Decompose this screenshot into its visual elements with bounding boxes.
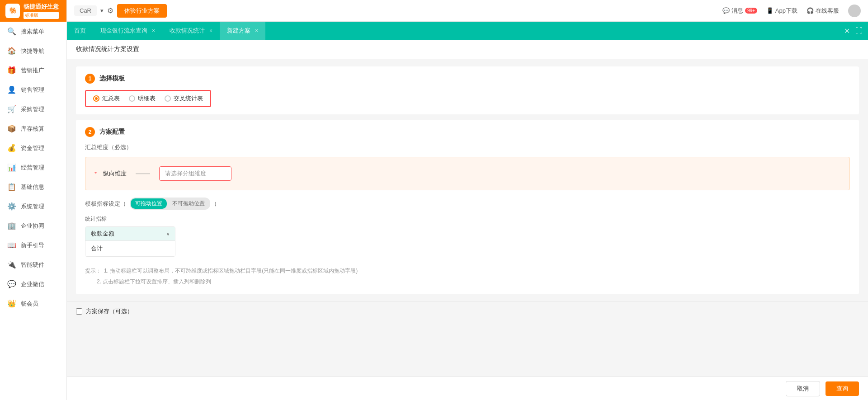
download-label: App下载 <box>775 7 797 15</box>
download-item[interactable]: 📱 App下载 <box>766 7 797 15</box>
page-title: 收款情况统计方案设置 <box>67 40 868 59</box>
sidebar-item-basic-info[interactable]: 📋 基础信息 <box>0 177 66 197</box>
home-icon: 🏠 <box>7 47 16 55</box>
query-button[interactable]: 查询 <box>826 381 859 396</box>
sidebar-item-label: 销售管理 <box>21 86 44 94</box>
user-avatar[interactable] <box>848 5 861 17</box>
save-option-label: 方案保存（可选） <box>86 307 133 315</box>
sidebar-item-member[interactable]: 👑 畅会员 <box>0 294 66 313</box>
industry-solution-button[interactable]: 体验行业方案 <box>117 4 167 18</box>
content-wrapper: 收款情况统计方案设置 1 选择模板 汇总表 <box>67 40 868 400</box>
main-content: CaR ▾ ⚙ 体验行业方案 💬 消息 99+ 📱 App下载 🎧 在线客服 <box>67 0 868 400</box>
sidebar-item-label: 企业微信 <box>21 280 44 288</box>
metrics-total-cell: 合计 <box>85 241 175 256</box>
plug-icon: 🔌 <box>7 260 16 269</box>
sidebar-item-hardware[interactable]: 🔌 智能硬件 <box>0 255 66 274</box>
sidebar-item-label: 快捷导航 <box>21 47 44 55</box>
close-window-icon[interactable]: ✕ <box>844 27 850 35</box>
tab-new-plan-close[interactable]: × <box>255 28 258 34</box>
chart-icon: 📊 <box>7 163 16 172</box>
sidebar-item-finance[interactable]: 💰 资金管理 <box>0 138 66 158</box>
sidebar-item-corp[interactable]: 🏢 企业协同 <box>0 216 66 235</box>
sidebar-item-label: 新手引导 <box>21 241 44 249</box>
tip-spacer <box>85 276 94 287</box>
metrics-close-bracket: ） <box>214 200 220 208</box>
sidebar-item-label: 经营管理 <box>21 164 44 172</box>
tab-new-plan[interactable]: 新建方案 × <box>220 22 265 40</box>
box-icon: 📦 <box>7 124 16 133</box>
content-area: 收款情况统计方案设置 1 选择模板 汇总表 <box>67 40 868 376</box>
step1-header: 1 选择模板 <box>85 74 850 84</box>
vertical-dim-label: 纵向维度 <box>103 169 127 178</box>
tip-text-2: 2. 点击标题栏下拉可设置排序、插入列和删除列 <box>97 276 211 287</box>
tip-item-2: 2. 点击标题栏下拉可设置排序、插入列和删除列 <box>85 276 850 287</box>
chevron-down-icon: ∨ <box>166 231 170 236</box>
sidebar-item-search-menu[interactable]: 🔍 搜索菜单 <box>0 22 66 41</box>
maximize-icon[interactable]: ⛶ <box>855 27 863 35</box>
tab-receipt-stats[interactable]: 收款情况统计 × <box>162 22 220 40</box>
tab-home[interactable]: 首页 <box>67 22 93 40</box>
tab-bar: 首页 现金银行流水查询 × 收款情况统计 × 新建方案 × ✕ ⛶ <box>67 22 868 40</box>
radio-detail[interactable]: 明细表 <box>129 94 156 103</box>
clipboard-icon: 📋 <box>7 183 16 191</box>
save-checkbox[interactable] <box>76 308 82 315</box>
sidebar-item-label: 采购管理 <box>21 105 44 113</box>
settings-header-icon[interactable]: ⚙ <box>107 6 113 15</box>
toggle-draggable[interactable]: 可拖动位置 <box>131 198 167 209</box>
app-badge: 标准版 <box>24 12 59 19</box>
toggle-draggable-label: 可拖动位置 <box>135 200 162 207</box>
cancel-button[interactable]: 取消 <box>786 381 820 396</box>
sidebar-item-purchase[interactable]: 🛒 采购管理 <box>0 99 66 119</box>
sidebar-item-inventory[interactable]: 📦 库存核算 <box>0 119 66 138</box>
sidebar-item-system[interactable]: ⚙️ 系统管理 <box>0 197 66 216</box>
tip-text-1: 1. 拖动标题栏可以调整布局，不可跨维度或指标区域拖动栏目字段(只能在同一维度或… <box>104 265 358 276</box>
logo-icon: 畅 <box>5 4 20 18</box>
form-body: 1 选择模板 汇总表 明细表 <box>67 59 868 301</box>
tab-bar-right: ✕ ⛶ <box>839 22 868 40</box>
radio-summary-label: 汇总表 <box>102 94 120 103</box>
sidebar-item-label: 库存核算 <box>21 125 44 133</box>
radio-cross[interactable]: 交叉统计表 <box>165 94 203 103</box>
tip-item-1: 提示： 1. 拖动标题栏可以调整布局，不可跨维度或指标区域拖动栏目字段(只能在同… <box>85 265 850 276</box>
tip-prefix: 提示： <box>85 265 101 276</box>
sidebar-menu: 🔍 搜索菜单 🏠 快捷导航 🎁 营销推广 👤 销售管理 🛒 采购管理 📦 库存核… <box>0 22 66 400</box>
tab-receipt-stats-close[interactable]: × <box>209 28 212 34</box>
service-item[interactable]: 🎧 在线客服 <box>807 7 839 15</box>
notification-label: 消息 <box>731 7 743 15</box>
dimension-placeholder: 请选择分组维度 <box>165 170 206 177</box>
sidebar-item-wechat[interactable]: 💬 企业微信 <box>0 274 66 294</box>
save-option: 方案保存（可选） <box>67 301 868 321</box>
step1-title: 选择模板 <box>99 75 125 83</box>
header-left: CaR ▾ ⚙ 体验行业方案 <box>74 4 167 18</box>
chat-icon: 💬 <box>7 280 16 288</box>
required-mark: * <box>94 170 97 177</box>
money-icon: 💰 <box>7 144 16 152</box>
toggle-pill: 可拖动位置 不可拖动位置 <box>130 198 210 210</box>
sidebar-item-sales[interactable]: 👤 销售管理 <box>0 80 66 99</box>
top-header: CaR ▾ ⚙ 体验行业方案 💬 消息 99+ 📱 App下载 🎧 在线客服 <box>67 0 868 22</box>
step1-number: 1 <box>85 74 95 84</box>
app-name: 畅捷通好生意 <box>24 3 59 11</box>
tab-bank-flow[interactable]: 现金银行流水查询 × <box>93 22 162 40</box>
metrics-column-header[interactable]: 收款金额 ∨ <box>85 227 175 241</box>
radio-summary[interactable]: 汇总表 <box>93 94 120 103</box>
gift-icon: 🎁 <box>7 66 16 75</box>
toggle-non-draggable-label: 不可拖动位置 <box>172 200 205 207</box>
tab-bank-flow-close[interactable]: × <box>152 28 155 34</box>
sidebar-item-label: 智能硬件 <box>21 261 44 269</box>
sidebar-logo: 畅 畅捷通好生意 标准版 <box>0 0 66 22</box>
notification-badge: 99+ <box>745 8 757 14</box>
toggle-non-draggable[interactable]: 不可拖动位置 <box>168 198 209 209</box>
notification-item[interactable]: 💬 消息 99+ <box>722 7 757 15</box>
metrics-header-text: 模板指标设定（ <box>85 200 126 208</box>
dropdown-icon[interactable]: ▾ <box>100 7 104 14</box>
sidebar-item-marketing[interactable]: 🎁 营销推广 <box>0 61 66 80</box>
dimension-section-label: 汇总维度（必选） <box>85 143 850 151</box>
building-icon: 🏢 <box>7 221 16 230</box>
sidebar-item-quick-nav[interactable]: 🏠 快捷导航 <box>0 41 66 61</box>
sidebar-item-operation[interactable]: 📊 经营管理 <box>0 158 66 177</box>
sidebar-item-guide[interactable]: 📖 新手引导 <box>0 235 66 255</box>
dimension-select[interactable]: 请选择分组维度 <box>159 166 231 181</box>
sidebar: 畅 畅捷通好生意 标准版 🔍 搜索菜单 🏠 快捷导航 🎁 营销推广 👤 销售管理… <box>0 0 67 400</box>
radio-detail-label: 明细表 <box>138 94 156 103</box>
